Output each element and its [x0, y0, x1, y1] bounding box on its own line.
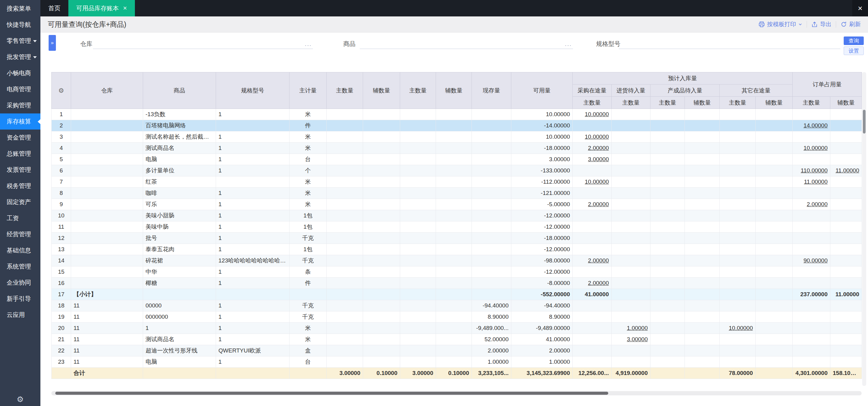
cell-incoming_main[interactable]: 1.00000 [612, 323, 650, 334]
sidebar-item-5[interactable]: 电商管理 [0, 81, 40, 97]
table-row[interactable]: 10美味小甜肠11包-12.00000 [52, 210, 862, 222]
sidebar-item-1[interactable]: 快捷导航 [0, 17, 40, 33]
sidebar-item-10[interactable]: 发票管理 [0, 162, 40, 178]
cell-incoming_main[interactable]: 3.00000 [612, 334, 650, 345]
cell-purchase_main[interactable]: 10.00000 [573, 176, 612, 187]
table-row[interactable]: 13泰泰五花肉11包-12.00000 [52, 244, 862, 255]
reference-picker-icon[interactable]: ... [305, 41, 312, 47]
cell-finished_aux [685, 244, 720, 255]
sidebar-item-4[interactable]: 小畅电商 [0, 65, 40, 81]
table-row[interactable]: 2211超迪一次性弓形牙线QWERTYUI欧派盒2.000002.00000 [52, 345, 862, 356]
cell-finished_main [650, 132, 685, 143]
vertical-scrollbar[interactable] [862, 72, 866, 386]
cell-purchase_main[interactable]: 3.00000 [573, 154, 612, 165]
sidebar-item-0[interactable]: 搜索菜单 [0, 1, 40, 17]
table-row[interactable]: 15中华1条-12.00000 [52, 266, 862, 278]
column-header: 商品 [143, 72, 216, 109]
settings-button[interactable]: 设置 [844, 47, 864, 55]
sidebar-item-14[interactable]: 经营管理 [0, 226, 40, 242]
sidebar-item-19[interactable]: 云应用 [0, 307, 40, 323]
table-row[interactable]: 1811000001千克-94.40000-94.40000 [52, 300, 862, 312]
cell-order_main[interactable]: 10.00000 [793, 143, 830, 154]
cell-purchase_main[interactable]: 2.00000 [573, 143, 612, 154]
cell-order_aux[interactable]: 11.00000 [830, 165, 862, 176]
settings-gear-icon[interactable]: ⚙ [0, 395, 40, 404]
cell-warehouse [71, 120, 143, 132]
table-row[interactable]: 8咖啡1米-121.00000 [52, 187, 862, 199]
sidebar-item-18[interactable]: 新手引导 [0, 291, 40, 307]
refresh-button[interactable]: 刷新 [840, 20, 861, 28]
table-row[interactable]: 5电脑1台3.000003.00000 [52, 154, 862, 165]
spec-filter-input[interactable] [619, 36, 840, 49]
table-row[interactable]: 14碎花裙123哈哈哈哈哈哈哈哈哈哈哈...千克-98.000002.00000… [52, 255, 862, 266]
table-row[interactable]: 16椰糖1件-8.000002.00000 [52, 278, 862, 289]
cell-available: 3.00000 [511, 154, 573, 165]
table-row[interactable]: 11美味中肠11包-12.00000 [52, 222, 862, 233]
cell-order_main[interactable]: 2.00000 [793, 199, 830, 210]
sidebar-item-12[interactable]: 固定资产 [0, 194, 40, 210]
sidebar-item-9[interactable]: 总账管理 [0, 146, 40, 162]
sidebar-item-label: 电商管理 [7, 86, 31, 92]
table-row[interactable]: 1-13负数1米10.0000010.00000 [52, 109, 862, 120]
table-row[interactable]: 12批号1千克-18.00000 [52, 233, 862, 244]
horizontal-scroll-thumb[interactable] [55, 392, 608, 395]
table-row[interactable]: 191100000001千克8.900008.90000 [52, 312, 862, 323]
cell-aux2 [436, 176, 472, 187]
close-window-icon[interactable]: × [852, 0, 868, 17]
table-row[interactable]: 7红茶米-112.0000010.0000011.00000 [52, 176, 862, 187]
table-row[interactable]: 2311电脑1台1.000001.00000 [52, 356, 862, 368]
sidebar-item-15[interactable]: 基础信息 [0, 242, 40, 259]
tab-1[interactable]: 可用品库存账本× [68, 0, 135, 17]
cell-purchase_main[interactable]: 10.00000 [573, 109, 612, 120]
warehouse-filter-input[interactable] [93, 36, 313, 49]
cell-order_main[interactable]: 14.00000 [793, 120, 830, 132]
tab-0[interactable]: 首页 [40, 0, 68, 17]
cell-other_main[interactable]: 10.00000 [720, 323, 755, 334]
table-row[interactable]: 17【小计】-552.0000041.00000237.0000011.0000… [52, 289, 862, 300]
cell-purchase_main[interactable]: 10.00000 [573, 132, 612, 143]
collapse-filters-button[interactable]: » [49, 35, 56, 51]
cell-qty2 [400, 289, 436, 300]
cell-purchase_main[interactable]: 2.00000 [573, 278, 612, 289]
sidebar-item-16[interactable]: 系统管理 [0, 259, 40, 274]
gear-icon[interactable]: ⚙ [52, 72, 71, 109]
table-row[interactable]: 201111米-9,489.000...-9,489.000001.000001… [52, 323, 862, 334]
subgroup-header: 其它在途量 [720, 85, 793, 97]
cell-qty1 [327, 233, 363, 244]
horizontal-scrollbar[interactable] [51, 391, 862, 395]
sidebar-item-11[interactable]: 税务管理 [0, 178, 40, 194]
cell-order_aux [830, 323, 862, 334]
cell-order_main[interactable]: 11.00000 [793, 176, 830, 187]
sidebar-item-13[interactable]: 工资 [0, 210, 40, 226]
table-row[interactable]: 3测试名称超长，然后截断有没...1米10.0000010.00000 [52, 132, 862, 143]
export-button[interactable]: 导出 [811, 20, 832, 28]
cell-num: 1 [52, 109, 71, 120]
cell-other_main [720, 334, 755, 345]
product-filter-input[interactable] [360, 36, 573, 49]
sidebar-item-3[interactable]: 批发管理 [0, 49, 40, 65]
vertical-scroll-thumb[interactable] [863, 110, 866, 134]
total-row[interactable]: 合计3.000000.100003.000000.100003,233,105.… [52, 368, 862, 379]
cell-order_main[interactable]: 90.00000 [793, 255, 830, 266]
cell-order_aux [830, 176, 862, 187]
measure-header: 主数量 [720, 97, 755, 109]
print-button[interactable]: 按模板打印 [758, 20, 802, 28]
reference-picker-icon[interactable]: ... [565, 41, 572, 47]
table-row[interactable]: 9可乐1米-5.000002.000002.00000 [52, 199, 862, 210]
table-row[interactable]: 2百塔猪电脑网络件-14.0000014.00000 [52, 120, 862, 132]
table-row[interactable]: 2111测试商品名1米52.0000041.000003.00000 [52, 334, 862, 345]
table-row[interactable]: 4测试商品名1米-18.000002.0000010.00000 [52, 143, 862, 154]
table-row[interactable]: 6多计量单位1个-133.00000110.0000011.00000 [52, 165, 862, 176]
close-tab-icon[interactable]: × [123, 5, 127, 11]
sidebar-item-8[interactable]: 资金管理 [0, 129, 40, 146]
query-button[interactable]: 查询 [844, 36, 864, 45]
sidebar-item-6[interactable]: 采购管理 [0, 97, 40, 113]
sidebar-item-2[interactable]: 零售管理 [0, 33, 40, 49]
cell-unit: 米 [289, 199, 327, 210]
cell-aux2 [436, 312, 472, 323]
cell-purchase_main[interactable]: 2.00000 [573, 199, 612, 210]
cell-purchase_main[interactable]: 2.00000 [573, 255, 612, 266]
cell-order_main[interactable]: 110.00000 [793, 165, 830, 176]
sidebar-item-17[interactable]: 企业协同 [0, 274, 40, 291]
sidebar-item-7[interactable]: 库存核算 [0, 113, 40, 129]
